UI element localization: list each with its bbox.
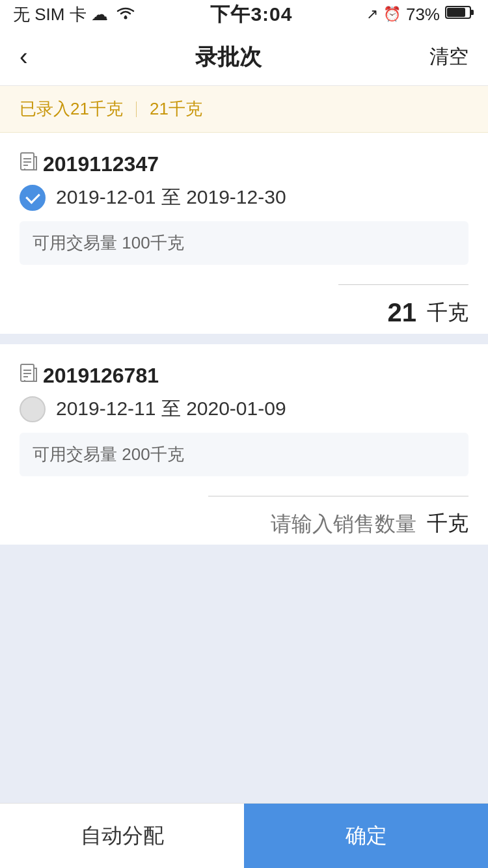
recorded-value: 21千克	[150, 98, 202, 120]
status-time: 下午3:04	[210, 1, 292, 28]
info-banner: 已录入21千克 21千克	[0, 86, 488, 133]
batch-1-date: 2019-12-01 至 2019-12-30	[56, 184, 286, 211]
batch-card-2: 2019126781 2019-12-11 至 2020-01-09 可用交易量…	[0, 344, 488, 545]
batch-2-avail: 可用交易量 200千克	[20, 433, 468, 476]
status-right: ↗ ⏰ 73%	[366, 5, 475, 25]
auto-distribute-button[interactable]: 自动分配	[0, 804, 244, 868]
battery-label: 73%	[406, 5, 440, 25]
sim-label: 无 SIM 卡 ☁	[13, 3, 108, 26]
svg-rect-2	[470, 10, 474, 15]
wifi-icon	[115, 5, 137, 25]
svg-point-0	[124, 16, 127, 19]
banner-divider	[136, 102, 137, 117]
batch-item-2: 2019126781 2019-12-11 至 2020-01-09 可用交易量…	[0, 344, 488, 496]
batch-2-date: 2019-12-11 至 2020-01-09	[56, 396, 286, 422]
batch-card-1: 2019112347 2019-12-01 至 2019-12-30 可用交易量…	[0, 133, 488, 334]
status-bar: 无 SIM 卡 ☁ 下午3:04 ↗ ⏰ 73%	[0, 0, 488, 29]
battery-icon	[445, 5, 475, 25]
empty-area	[0, 545, 488, 805]
batch-1-radio[interactable]	[20, 185, 46, 211]
batch-1-date-row[interactable]: 2019-12-01 至 2019-12-30	[20, 184, 468, 211]
page-title: 录批次	[195, 42, 262, 72]
batch-1-icon	[20, 152, 38, 176]
back-button[interactable]: ‹	[20, 43, 28, 71]
batch-2-icon	[20, 364, 38, 388]
bottom-actions: 自动分配 确定	[0, 803, 488, 868]
batch-1-header: 2019112347	[20, 152, 468, 176]
batch-item-1: 2019112347 2019-12-01 至 2019-12-30 可用交易量…	[0, 133, 488, 284]
batch-2-radio[interactable]	[20, 396, 46, 422]
quantity-input[interactable]	[221, 512, 416, 536]
svg-rect-3	[447, 8, 465, 17]
batch-2-header: 2019126781	[20, 364, 468, 388]
recorded-label: 已录入21千克	[20, 98, 123, 120]
batch-2-unit: 千克	[427, 509, 468, 538]
batch-2-input-row[interactable]: 千克	[0, 496, 488, 545]
status-left: 无 SIM 卡 ☁	[13, 3, 137, 26]
batch-1-unit: 千克	[427, 299, 468, 327]
batch-1-amount-row: 21 千克	[0, 285, 488, 334]
nav-bar: ‹ 录批次 清空	[0, 29, 488, 86]
clear-button[interactable]: 清空	[429, 44, 468, 70]
batch-1-avail: 可用交易量 100千克	[20, 221, 468, 265]
section-divider	[0, 334, 488, 344]
alarm-icon: ⏰	[383, 6, 401, 23]
batch-2-date-row[interactable]: 2019-12-11 至 2020-01-09	[20, 396, 468, 422]
confirm-button[interactable]: 确定	[244, 804, 488, 868]
batch-1-id: 2019112347	[43, 152, 159, 176]
location-icon: ↗	[366, 6, 378, 23]
batch-2-id: 2019126781	[43, 364, 159, 388]
batch-1-amount: 21	[388, 298, 417, 327]
